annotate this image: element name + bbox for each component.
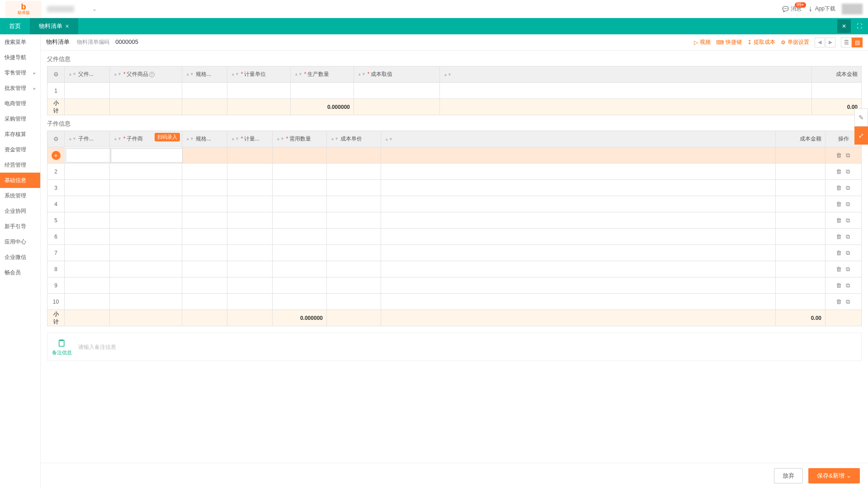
child-cell[interactable] [776,212,826,229]
child-row[interactable]: 10🗑⧉ [47,294,862,310]
org-selector[interactable]: ⌄ [47,6,97,12]
view-list-button[interactable]: ☰ [841,38,852,47]
child-cell[interactable] [327,245,381,261]
sidebar-item-14[interactable]: 企业微信 [0,249,40,265]
copy-row-icon[interactable]: ⧉ [844,233,852,240]
child-cell[interactable] [273,180,327,196]
sidebar-item-6[interactable]: 库存核算 [0,127,40,142]
child-code-cell[interactable] [65,180,110,196]
child-cell[interactable] [327,294,381,310]
edge-edit-button[interactable]: ✎ [854,108,868,127]
copy-row-icon[interactable]: ⧉ [844,152,852,159]
copy-row-icon[interactable]: ⧉ [844,217,852,224]
sort-icon[interactable]: ▲▼ [113,73,122,75]
child-row[interactable]: 9🗑⧉ [47,277,862,294]
child-cell[interactable] [381,196,776,212]
child-row[interactable]: 8🗑⧉ [47,261,862,277]
child-cell[interactable] [227,261,273,277]
child-product-cell[interactable] [110,212,182,229]
child-code-cell[interactable] [65,277,110,294]
parent-unit-cell[interactable] [227,83,291,99]
child-cell[interactable] [227,229,273,245]
child-cell[interactable] [381,180,776,196]
sidebar-item-10[interactable]: 系统管理 [0,188,40,203]
copy-row-icon[interactable]: ⧉ [844,298,852,305]
save-and-new-button[interactable]: 保存&新增⌄ [808,468,860,483]
sidebar-item-9[interactable]: 基础信息 [0,173,40,188]
child-code-cell[interactable] [65,212,110,229]
copy-row-icon[interactable]: ⧉ [844,249,852,257]
child-row[interactable]: 7🗑⧉ [47,245,862,261]
parent-qty-cell[interactable] [291,83,354,99]
child-cell[interactable] [273,196,327,212]
copy-row-icon[interactable]: ⧉ [844,184,852,192]
child-cell[interactable] [776,261,826,277]
child-cell[interactable] [182,245,227,261]
sort-icon[interactable]: ▲▼ [358,73,366,75]
sidebar-item-1[interactable]: 快捷导航 [0,50,40,65]
parent-row[interactable]: 1 [47,83,862,99]
parent-spec-cell[interactable] [182,83,227,99]
sidebar-item-11[interactable]: 企业协同 [0,203,40,219]
sort-icon[interactable]: ▲▼ [330,138,339,140]
sidebar-item-12[interactable]: 新手引导 [0,219,40,234]
discard-button[interactable]: 放弃 [774,468,803,483]
sidebar-item-7[interactable]: 资金管理 [0,142,40,157]
extract-cost-link[interactable]: ↧ 提取成本 [747,38,775,46]
tab-home[interactable]: 首页 [0,18,30,34]
child-cell[interactable] [327,180,381,196]
child-cell[interactable] [776,180,826,196]
child-cell[interactable] [776,294,826,310]
delete-row-icon[interactable]: 🗑 [835,282,843,289]
view-form-button[interactable]: ▤ [852,38,863,47]
delete-row-icon[interactable]: 🗑 [835,152,843,159]
next-record-button[interactable]: ▶ [826,38,835,47]
child-cell[interactable] [182,164,227,180]
delete-row-icon[interactable]: 🗑 [835,233,843,240]
child-cell[interactable] [273,212,327,229]
sidebar-item-3[interactable]: 批发管理▸ [0,80,40,96]
user-avatar[interactable] [842,4,863,14]
delete-row-icon[interactable]: 🗑 [835,201,843,208]
child-product-cell[interactable] [110,261,182,277]
child-cell[interactable] [776,147,826,164]
child-cell[interactable] [182,229,227,245]
child-cell[interactable] [273,164,327,180]
sidebar-item-13[interactable]: 应用中心 [0,234,40,249]
sort-icon[interactable]: ▲▼ [443,74,452,76]
delete-row-icon[interactable]: 🗑 [835,184,843,192]
child-code-cell[interactable] [65,294,110,310]
sidebar-item-15[interactable]: 畅会员 [0,265,40,280]
prev-record-button[interactable]: ◀ [815,38,825,47]
child-product-cell[interactable] [110,180,182,196]
content-tab-main[interactable]: 物料清单 [46,38,70,47]
gear-icon[interactable]: ⚙ [52,136,60,143]
child-cell[interactable] [776,245,826,261]
child-cell[interactable] [327,261,381,277]
child-cell[interactable] [381,147,776,164]
child-product-cell[interactable] [110,277,182,294]
sort-icon[interactable]: ▲▼ [68,73,76,75]
sidebar-item-4[interactable]: 电商管理 [0,96,40,111]
remarks-input[interactable] [78,340,857,354]
scan-input-chip[interactable]: 扫码录入 [155,133,180,141]
child-cell[interactable] [381,294,776,310]
child-cell[interactable] [381,164,776,180]
parent-code-cell[interactable] [65,83,110,99]
child-row[interactable]: 2🗑⧉ [47,164,862,180]
child-cell[interactable] [776,164,826,180]
child-cell[interactable] [776,196,826,212]
child-cell[interactable] [182,212,227,229]
parent-cost-source-cell[interactable] [354,83,440,99]
delete-row-icon[interactable]: 🗑 [835,266,843,273]
sort-icon[interactable]: ▲▼ [385,138,393,141]
sort-icon[interactable]: ▲▼ [186,138,194,140]
sidebar-item-5[interactable]: 采购管理 [0,111,40,127]
child-cell[interactable] [227,277,273,294]
child-cell[interactable] [381,261,776,277]
sort-icon[interactable]: ▲▼ [68,138,76,140]
child-cell[interactable] [776,229,826,245]
child-cell[interactable] [273,147,327,164]
messages-button[interactable]: 💬 消息 99+ [782,5,802,13]
shortcut-link[interactable]: ⌨ 快捷键 [716,38,742,46]
